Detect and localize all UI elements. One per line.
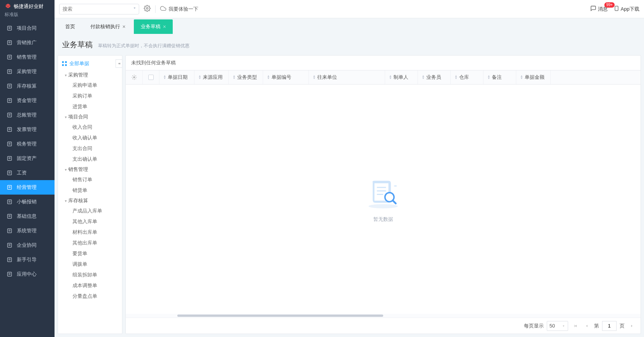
svg-point-54 <box>146 8 148 10</box>
sort-icon: ▲▼ <box>267 75 270 80</box>
tree-leaf-支出合同[interactable]: 支出合同 <box>58 143 122 154</box>
nav-item-应用中心[interactable]: 应用中心 <box>0 267 55 281</box>
sort-icon: ▲▼ <box>520 75 523 80</box>
nav-item-小畅报销[interactable]: 小畅报销 <box>0 195 55 209</box>
column-往来单位[interactable]: ▲▼往来单位 <box>309 70 385 84</box>
nav-item-税务管理[interactable]: 税务管理 <box>0 137 55 151</box>
close-icon[interactable]: × <box>122 24 125 30</box>
empty-illustration-icon <box>362 176 404 210</box>
empty-notice: 未找到任何业务草稿 <box>126 56 641 70</box>
tree-leaf-其他出库单[interactable]: 其他出库单 <box>58 238 122 248</box>
nav-item-系统管理[interactable]: 系统管理 <box>0 224 55 238</box>
tree-leaf-进货单[interactable]: 进货单 <box>58 101 122 112</box>
app-download-button[interactable]: App下载 <box>614 5 639 13</box>
tree-leaf-分量盘点单[interactable]: 分量盘点单 <box>58 291 122 302</box>
column-单据编号[interactable]: ▲▼单据编号 <box>263 70 309 84</box>
tree-leaf-支出确认单[interactable]: 支出确认单 <box>58 154 122 165</box>
tree-leaf-材料出库单[interactable]: 材料出库单 <box>58 227 122 238</box>
svg-rect-45 <box>8 243 12 248</box>
settings-icon[interactable] <box>144 5 151 13</box>
tabs-bar: 首页付款核销执行×业务草稿× <box>55 18 644 35</box>
nav-item-发票管理[interactable]: 发票管理 <box>0 122 55 137</box>
topbar: 我要体验一下 消息 99+ App下载 <box>55 0 644 18</box>
tree-leaf-要货单[interactable]: 要货单 <box>58 248 122 259</box>
tree-group-采购管理[interactable]: ▾采购管理 <box>58 70 122 80</box>
tree-group-项目合同[interactable]: ▾项目合同 <box>58 112 122 122</box>
nav-item-基础信息[interactable]: 基础信息 <box>0 209 55 224</box>
tree-leaf-采购订单[interactable]: 采购订单 <box>58 91 122 101</box>
content-panel: 未找到任何业务草稿 ▲▼单据日期▲▼来源应用▲▼业务类型▲▼单据编号▲▼往来单位… <box>125 55 641 334</box>
page-input[interactable] <box>602 321 617 331</box>
column-业务员[interactable]: ▲▼业务员 <box>418 70 451 84</box>
edition-label: 标准版 <box>0 11 55 21</box>
pagination: 每页显示 50 第 页 <box>126 318 641 334</box>
svg-rect-27 <box>8 157 12 161</box>
tree-leaf-收入合同[interactable]: 收入合同 <box>58 122 122 133</box>
nav-item-工资[interactable]: 工资 <box>0 166 55 180</box>
sort-icon: ▲▼ <box>233 75 236 80</box>
tree-leaf-销货单[interactable]: 销货单 <box>58 185 122 196</box>
tree-group-库存核算[interactable]: ▾库存核算 <box>58 196 122 206</box>
tree-leaf-调拨单[interactable]: 调拨单 <box>58 259 122 270</box>
document-icon <box>6 184 13 191</box>
nav-item-资金管理[interactable]: 资金管理 <box>0 93 55 108</box>
page-title: 业务草稿 <box>62 40 93 50</box>
nav-item-库存核算[interactable]: 库存核算 <box>0 79 55 93</box>
nav-item-企业协同[interactable]: 企业协同 <box>0 238 55 252</box>
column-仓库[interactable]: ▲▼仓库 <box>451 70 483 84</box>
app-download-label: App下载 <box>621 6 639 13</box>
message-button[interactable]: 消息 99+ <box>590 5 608 13</box>
column-制单人[interactable]: ▲▼制单人 <box>385 70 418 84</box>
tree-leaf-采购申请单[interactable]: 采购申请单 <box>58 80 122 91</box>
column-业务类型[interactable]: ▲▼业务类型 <box>229 70 263 84</box>
tree-leaf-组装拆卸单[interactable]: 组装拆卸单 <box>58 270 122 280</box>
nav-item-总账管理[interactable]: 总账管理 <box>0 108 55 122</box>
column-来源应用[interactable]: ▲▼来源应用 <box>194 70 229 84</box>
svg-rect-36 <box>8 200 12 204</box>
tree-scroll[interactable]: ▾采购管理采购申请单采购订单进货单▾项目合同收入合同收入确认单支出合同支出确认单… <box>58 70 122 334</box>
column-单据金额[interactable]: ▲▼单据金额 <box>516 70 551 84</box>
search-input[interactable] <box>59 4 139 14</box>
tree-leaf-成本调整单[interactable]: 成本调整单 <box>58 280 122 291</box>
tree-leaf-其他入库单[interactable]: 其他入库单 <box>58 216 122 227</box>
guide-icon <box>6 256 13 263</box>
tab-业务草稿[interactable]: 业务草稿× <box>134 19 173 34</box>
tax-icon <box>6 141 13 147</box>
tab-首页[interactable]: 首页 <box>58 19 82 34</box>
nav-item-新手引导[interactable]: 新手引导 <box>0 252 55 267</box>
horizontal-scrollbar[interactable] <box>126 314 641 318</box>
prev-page-button[interactable] <box>583 322 591 330</box>
close-icon[interactable]: × <box>163 24 166 30</box>
nav-item-项目合同[interactable]: 项目合同 <box>0 21 55 35</box>
next-page-button[interactable] <box>628 322 636 330</box>
sidebar: 畅捷通好业财 标准版 项目合同营销推广销售管理采购管理库存核算资金管理总账管理发… <box>0 0 55 337</box>
first-page-button[interactable] <box>571 322 580 330</box>
svg-rect-9 <box>8 70 12 74</box>
per-page-select[interactable]: 50 <box>547 321 568 331</box>
sort-icon: ▲▼ <box>163 75 166 80</box>
nav-item-营销推广[interactable]: 营销推广 <box>0 35 55 50</box>
tree-leaf-产成品入库单[interactable]: 产成品入库单 <box>58 206 122 216</box>
column-settings-button[interactable] <box>126 70 143 84</box>
empty-state: 暂无数据 <box>126 85 641 314</box>
collapse-tree-button[interactable] <box>116 59 122 68</box>
tree-leaf-销售订单[interactable]: 销售订单 <box>58 174 122 185</box>
table-header: ▲▼单据日期▲▼来源应用▲▼业务类型▲▼单据编号▲▼往来单位▲▼制单人▲▼业务员… <box>126 70 641 85</box>
nav-item-销售管理[interactable]: 销售管理 <box>0 50 55 64</box>
tree-header[interactable]: 全部单据 <box>58 56 122 70</box>
search-dropdown-icon[interactable] <box>132 6 137 11</box>
nav-item-固定资产[interactable]: 固定资产 <box>0 151 55 166</box>
column-备注[interactable]: ▲▼备注 <box>483 70 516 84</box>
select-all-checkbox[interactable] <box>143 70 159 84</box>
nav-item-经营管理[interactable]: 经营管理 <box>0 180 55 195</box>
phone-icon <box>614 5 619 13</box>
tree-leaf-收入确认单[interactable]: 收入确认单 <box>58 133 122 143</box>
demo-link[interactable]: 我要体验一下 <box>160 5 198 13</box>
column-单据日期[interactable]: ▲▼单据日期 <box>159 70 194 84</box>
svg-rect-30 <box>8 171 12 175</box>
tab-付款核销执行[interactable]: 付款核销执行× <box>84 19 132 34</box>
svg-rect-21 <box>8 128 12 132</box>
tree-group-销售管理[interactable]: ▾销售管理 <box>58 165 122 174</box>
expense-icon <box>6 198 13 205</box>
nav-item-采购管理[interactable]: 采购管理 <box>0 64 55 79</box>
